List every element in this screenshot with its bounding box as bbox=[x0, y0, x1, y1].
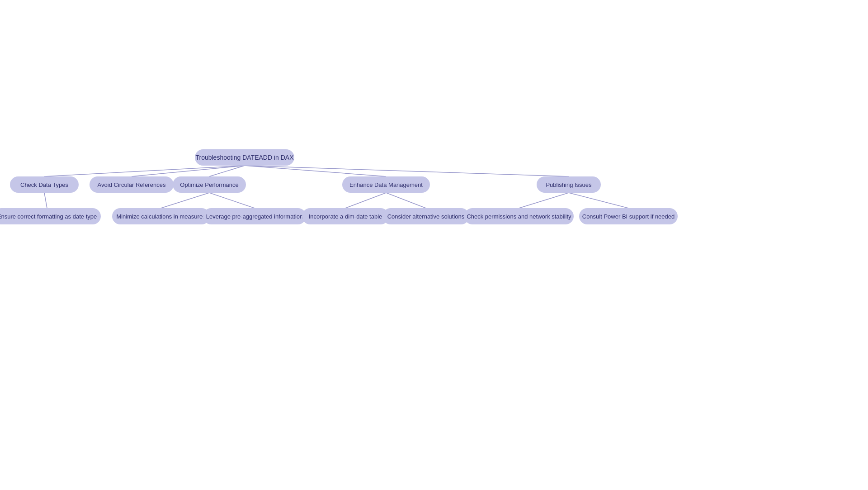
mindmap-node: Consult Power BI support if needed bbox=[579, 208, 678, 224]
tree-diagram-svg bbox=[0, 0, 868, 490]
svg-line-0 bbox=[44, 166, 245, 176]
mindmap-node: Enhance Data Management bbox=[342, 176, 430, 193]
mindmap-node: Optimize Performance bbox=[173, 176, 246, 193]
svg-line-7 bbox=[209, 193, 255, 208]
mindmap-node: Publishing Issues bbox=[537, 176, 601, 193]
mindmap-node: Troubleshooting DATEADD in DAX bbox=[195, 149, 294, 166]
svg-line-1 bbox=[132, 166, 245, 176]
svg-line-10 bbox=[519, 193, 569, 208]
svg-line-6 bbox=[161, 193, 209, 208]
mindmap-node: Minimize calculations in measures bbox=[112, 208, 210, 224]
mindmap-node: Check permissions and network stability bbox=[464, 208, 574, 224]
mindmap-node: Avoid Circular References bbox=[90, 176, 174, 193]
svg-line-3 bbox=[245, 166, 386, 176]
mindmap-node: Leverage pre-aggregated information bbox=[203, 208, 306, 224]
mindmap-node: Consider alternative solutions bbox=[382, 208, 469, 224]
svg-line-8 bbox=[345, 193, 386, 208]
svg-line-5 bbox=[44, 193, 47, 208]
mindmap-node: Check Data Types bbox=[10, 176, 79, 193]
mindmap-node: Ensure correct formatting as date type bbox=[0, 208, 101, 224]
svg-line-9 bbox=[386, 193, 426, 208]
svg-line-11 bbox=[569, 193, 628, 208]
mindmap-node: Incorporate a dim-date table bbox=[302, 208, 389, 224]
svg-line-4 bbox=[245, 166, 569, 176]
svg-line-2 bbox=[209, 166, 245, 176]
